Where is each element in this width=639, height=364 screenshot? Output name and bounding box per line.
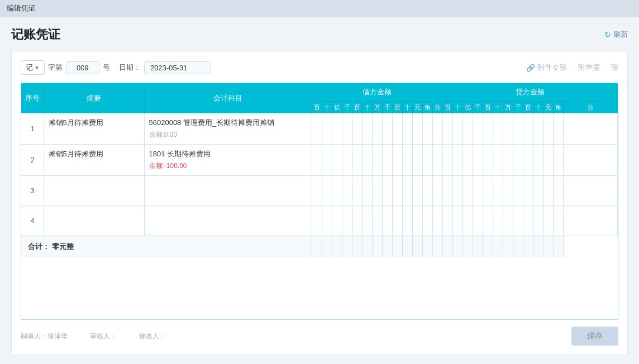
- credit-digit-cell[interactable]: [503, 113, 513, 145]
- credit-digit-cell[interactable]: [493, 206, 503, 236]
- credit-digit-cell[interactable]: [533, 145, 543, 176]
- debit-digit-cell[interactable]: [312, 113, 322, 145]
- debit-digit-cell[interactable]: [362, 145, 372, 176]
- debit-digit-cell[interactable]: [332, 113, 342, 145]
- credit-digit-cell[interactable]: [483, 176, 493, 206]
- credit-digit-cell[interactable]: [543, 176, 553, 206]
- row-summary[interactable]: 摊销5月待摊费用: [44, 113, 144, 145]
- debit-digit-cell[interactable]: [332, 206, 342, 236]
- debit-digit-cell[interactable]: [392, 176, 402, 206]
- credit-digit-cell[interactable]: [473, 206, 483, 236]
- credit-digit-cell[interactable]: [493, 145, 503, 176]
- credit-digit-cell[interactable]: [543, 206, 553, 236]
- debit-digit-cell[interactable]: [412, 145, 422, 176]
- credit-digit-cell[interactable]: [452, 113, 462, 145]
- row-account[interactable]: [144, 176, 312, 206]
- credit-digit-cell[interactable]: [533, 206, 543, 236]
- credit-digit-cell[interactable]: [563, 145, 618, 176]
- credit-digit-cell[interactable]: [483, 145, 493, 176]
- credit-digit-cell[interactable]: [553, 145, 563, 176]
- debit-digit-cell[interactable]: [382, 206, 392, 236]
- credit-digit-cell[interactable]: [493, 176, 503, 206]
- credit-digit-cell[interactable]: [473, 145, 483, 176]
- debit-digit-cell[interactable]: [322, 206, 332, 236]
- debit-digit-cell[interactable]: [322, 113, 332, 145]
- credit-digit-cell[interactable]: [473, 113, 483, 145]
- debit-digit-cell[interactable]: [422, 113, 432, 145]
- voucher-number-input[interactable]: [66, 61, 99, 74]
- credit-digit-cell[interactable]: [452, 176, 462, 206]
- credit-digit-cell[interactable]: [473, 176, 483, 206]
- credit-digit-cell[interactable]: [513, 176, 523, 206]
- credit-digit-cell[interactable]: [462, 113, 473, 145]
- debit-digit-cell[interactable]: [382, 113, 392, 145]
- row-account[interactable]: 56020008 管理费用_长期待摊费用摊销余额:0.00: [144, 113, 312, 145]
- row-summary[interactable]: [44, 176, 144, 206]
- credit-digit-cell[interactable]: [442, 113, 452, 145]
- table-row[interactable]: 3: [21, 176, 618, 206]
- table-row[interactable]: 1摊销5月待摊费用56020008 管理费用_长期待摊费用摊销余额:0.00: [21, 113, 618, 145]
- credit-digit-cell[interactable]: [493, 113, 503, 145]
- debit-digit-cell[interactable]: [362, 176, 372, 206]
- debit-digit-cell[interactable]: [372, 113, 382, 145]
- credit-digit-cell[interactable]: [503, 145, 513, 176]
- save-button[interactable]: 保存: [571, 327, 618, 346]
- attachment-docs[interactable]: 附单据: [578, 63, 600, 73]
- credit-digit-cell[interactable]: [503, 176, 513, 206]
- credit-digit-cell[interactable]: [543, 145, 553, 176]
- credit-digit-cell[interactable]: [533, 176, 543, 206]
- debit-digit-cell[interactable]: [312, 206, 322, 236]
- debit-digit-cell[interactable]: [352, 145, 362, 176]
- debit-digit-cell[interactable]: [332, 145, 342, 176]
- date-input[interactable]: [144, 61, 211, 74]
- credit-digit-cell[interactable]: [553, 176, 563, 206]
- credit-digit-cell[interactable]: [563, 206, 618, 236]
- debit-digit-cell[interactable]: [312, 176, 322, 206]
- credit-digit-cell[interactable]: [483, 206, 493, 236]
- debit-digit-cell[interactable]: [402, 206, 412, 236]
- debit-digit-cell[interactable]: [392, 113, 402, 145]
- debit-digit-cell[interactable]: [422, 176, 432, 206]
- debit-digit-cell[interactable]: [392, 145, 402, 176]
- debit-digit-cell[interactable]: [402, 145, 412, 176]
- debit-digit-cell[interactable]: [422, 206, 432, 236]
- credit-digit-cell[interactable]: [503, 206, 513, 236]
- debit-digit-cell[interactable]: [352, 176, 362, 206]
- debit-digit-cell[interactable]: [342, 176, 352, 206]
- credit-digit-cell[interactable]: [523, 206, 533, 236]
- debit-digit-cell[interactable]: [352, 206, 362, 236]
- voucher-type-button[interactable]: 记 ▼: [21, 60, 45, 75]
- credit-digit-cell[interactable]: [523, 113, 533, 145]
- debit-digit-cell[interactable]: [362, 206, 372, 236]
- debit-digit-cell[interactable]: [432, 206, 442, 236]
- credit-digit-cell[interactable]: [533, 113, 543, 145]
- credit-digit-cell[interactable]: [543, 113, 553, 145]
- debit-digit-cell[interactable]: [322, 145, 332, 176]
- debit-digit-cell[interactable]: [342, 145, 352, 176]
- debit-digit-cell[interactable]: [432, 113, 442, 145]
- debit-digit-cell[interactable]: [342, 206, 352, 236]
- credit-digit-cell[interactable]: [462, 206, 473, 236]
- credit-digit-cell[interactable]: [513, 206, 523, 236]
- debit-digit-cell[interactable]: [372, 206, 382, 236]
- debit-digit-cell[interactable]: [312, 145, 322, 176]
- debit-digit-cell[interactable]: [372, 145, 382, 176]
- debit-digit-cell[interactable]: [352, 113, 362, 145]
- debit-digit-cell[interactable]: [362, 113, 372, 145]
- row-summary[interactable]: [44, 206, 144, 236]
- debit-digit-cell[interactable]: [432, 176, 442, 206]
- credit-digit-cell[interactable]: [563, 113, 618, 145]
- debit-digit-cell[interactable]: [322, 176, 332, 206]
- debit-digit-cell[interactable]: [332, 176, 342, 206]
- row-summary[interactable]: 摊销5月待摊费用: [44, 145, 144, 176]
- debit-digit-cell[interactable]: [402, 113, 412, 145]
- table-row[interactable]: 2摊销5月待摊费用1801 长期待摊费用余额:-100.00: [21, 145, 618, 176]
- debit-digit-cell[interactable]: [382, 176, 392, 206]
- credit-digit-cell[interactable]: [462, 145, 473, 176]
- debit-digit-cell[interactable]: [432, 145, 442, 176]
- debit-digit-cell[interactable]: [392, 206, 402, 236]
- attachment-link[interactable]: 🔗 附件 0 张: [526, 63, 567, 73]
- credit-digit-cell[interactable]: [513, 145, 523, 176]
- table-row[interactable]: 4: [21, 206, 618, 236]
- debit-digit-cell[interactable]: [382, 145, 392, 176]
